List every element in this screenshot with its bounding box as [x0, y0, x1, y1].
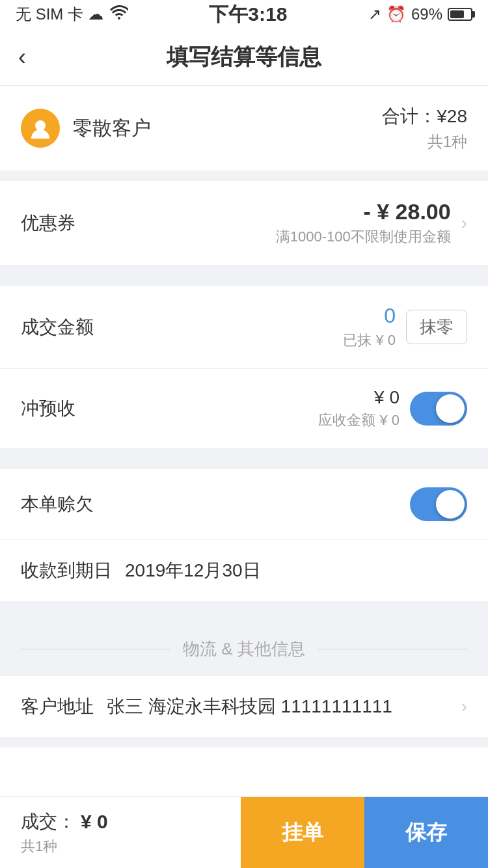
coupon-description: 满1000-100不限制使用金额 [276, 227, 451, 247]
customer-left: 零散客户 [21, 109, 151, 148]
credit-row: 本单赊欠 [0, 469, 488, 540]
status-bar: 无 SIM 卡 ☁ 下午3:18 ↗ ⏰ 69% [0, 0, 488, 29]
status-right: ↗ ⏰ 69% [368, 5, 472, 23]
hang-order-button[interactable]: 挂单 [241, 797, 364, 869]
coupon-row[interactable]: 优惠券 - ¥ 28.00 满1000-100不限制使用金额 › [0, 181, 488, 265]
customer-total: 合计：¥28 [382, 104, 467, 129]
transaction-row: 成交金额 0 已抹 ¥ 0 抹零 [0, 286, 488, 369]
bottom-summary: 成交： ¥ 0 共1种 [0, 809, 241, 856]
due-date-label: 收款到期日 [21, 558, 112, 583]
prepayment-row: 冲预收 ¥ 0 应收金额 ¥ 0 [0, 369, 488, 448]
credit-toggle[interactable] [410, 487, 467, 521]
bottom-deal-label: 成交： [21, 809, 75, 834]
toggle-knob [436, 394, 465, 423]
logistics-line-right [318, 649, 467, 649]
back-button[interactable]: ‹ [18, 44, 26, 71]
svg-point-0 [35, 120, 46, 131]
coupon-value-area: - ¥ 28.00 满1000-100不限制使用金额 [276, 199, 451, 247]
already-round-label: 已抹 ¥ 0 [343, 331, 396, 350]
bottom-bar: 成交： ¥ 0 共1种 挂单 保存 [0, 796, 488, 868]
credit-label: 本单赊欠 [21, 492, 99, 517]
transaction-value: 0 [343, 304, 396, 328]
nav-bar: ‹ 填写结算等信息 [0, 29, 488, 86]
divider-1 [0, 275, 488, 286]
bottom-deal-value: ¥ 0 [81, 811, 108, 833]
transaction-section: 成交金额 0 已抹 ¥ 0 抹零 冲预收 ¥ 0 应收金额 ¥ 0 [0, 286, 488, 448]
status-left: 无 SIM 卡 ☁ [16, 4, 128, 25]
prepayment-value: ¥ 0 [318, 387, 400, 408]
alarm-icon: ⏰ [386, 5, 406, 23]
prepayment-right: ¥ 0 应收金额 ¥ 0 [318, 387, 467, 430]
customer-count: 共1种 [382, 131, 467, 152]
divider-3 [0, 612, 488, 622]
round-zero-button[interactable]: 抹零 [406, 310, 467, 344]
status-time: 下午3:18 [209, 1, 287, 28]
transaction-label: 成交金额 [21, 315, 99, 340]
address-value: 张三 海淀永丰科技园 11111111111 [99, 694, 461, 719]
location-icon: ↗ [368, 5, 381, 23]
receivable-label: 应收金额 ¥ 0 [318, 411, 400, 430]
credit-section: 本单赊欠 收款到期日 2019年12月30日 [0, 469, 488, 601]
customer-right: 合计：¥28 共1种 [382, 104, 467, 152]
coupon-chevron-icon: › [461, 213, 467, 234]
save-button[interactable]: 保存 [364, 797, 488, 869]
customer-row: 零散客户 合计：¥28 共1种 [0, 86, 488, 170]
battery-icon [448, 8, 472, 21]
address-chevron-icon: › [461, 696, 467, 717]
page-title: 填写结算等信息 [167, 42, 321, 72]
due-date-row: 收款到期日 2019年12月30日 [0, 540, 488, 601]
address-label: 客户地址 [21, 694, 99, 719]
coupon-label: 优惠券 [21, 211, 99, 236]
battery-percent: 69% [411, 5, 442, 23]
logistics-header: 物流 & 其他信息 [0, 622, 488, 676]
avatar [21, 109, 60, 148]
coupon-section: 优惠券 - ¥ 28.00 满1000-100不限制使用金额 › [0, 181, 488, 265]
bottom-deal-area: 成交： ¥ 0 [21, 809, 220, 834]
amount-right-area: 0 已抹 ¥ 0 [343, 304, 396, 350]
transaction-right: 0 已抹 ¥ 0 抹零 [343, 304, 467, 350]
divider-2 [0, 459, 488, 469]
due-date-value: 2019年12月30日 [125, 558, 261, 583]
logistics-line-left [21, 649, 170, 649]
credit-toggle-knob [436, 490, 465, 519]
credit-right [410, 487, 467, 521]
logistics-text: 物流 & 其他信息 [183, 638, 305, 660]
sim-label: 无 SIM 卡 ☁ [16, 4, 103, 25]
prepayment-amount-area: ¥ 0 应收金额 ¥ 0 [318, 387, 400, 430]
coupon-right-area: - ¥ 28.00 满1000-100不限制使用金额 › [276, 199, 467, 247]
address-row[interactable]: 客户地址 张三 海淀永丰科技园 11111111111 › [0, 676, 488, 737]
customer-name: 零散客户 [73, 115, 151, 142]
wifi-icon [110, 5, 128, 23]
bottom-count: 共1种 [21, 837, 220, 856]
prepayment-toggle[interactable] [410, 392, 467, 426]
prepayment-label: 冲预收 [21, 396, 99, 421]
coupon-discount-amount: - ¥ 28.00 [276, 199, 451, 224]
